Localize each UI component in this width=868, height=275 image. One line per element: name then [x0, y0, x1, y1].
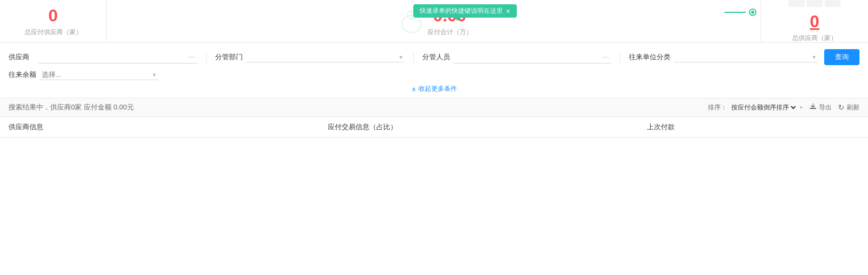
collapse-label: 收起更多条件 — [419, 84, 457, 93]
person-label: 分管人员 — [422, 52, 450, 62]
col-last-payment: 上次付款 — [647, 122, 860, 132]
balance-label: 往来余额 — [9, 70, 36, 80]
filter-vendor: 供应商 ··· — [9, 51, 198, 64]
dept-label: 分管部门 — [215, 52, 243, 62]
person-input-wrap: ··· — [453, 51, 611, 64]
person-dots[interactable]: ··· — [602, 52, 609, 62]
refresh-label: 刷新 — [847, 103, 859, 112]
export-icon — [809, 103, 817, 112]
stats-bar: 0 总应付供应商（家） 快速录单的快捷键说明在这里 × 0.00 应付合计（万） — [0, 0, 868, 43]
filter-dept: 分管部门 ▾ — [215, 52, 404, 62]
person-input[interactable] — [455, 53, 600, 61]
tooltip-text: 快速录单的快捷键说明在这里 — [420, 6, 503, 15]
filter-row-1: 供应商 ··· 分管部门 ▾ 分管人员 ··· — [9, 49, 859, 65]
result-actions: 排序： 按应付会额倒序排序 ▾ 导出 ↻ 刷新 — [708, 103, 859, 112]
stat-total-vendors: 0 总供应商（家） — [761, 0, 868, 42]
stat-total-payable-vendors: 0 总应付供应商（家） — [0, 0, 107, 42]
table-header: 供应商信息 应付交易信息（占比） 上次付款 — [0, 117, 868, 138]
vendor-input-wrap: ··· — [38, 51, 198, 64]
vendor-input[interactable] — [41, 53, 186, 61]
collapse-arrow-icon: ∧ — [412, 85, 416, 93]
sort-dropdown[interactable]: 按应付会额倒序排序 — [729, 103, 798, 112]
result-bar: 搜索结果中，供应商0家 应付金额 0.00元 排序： 按应付会额倒序排序 ▾ 导… — [0, 98, 868, 117]
vendor-label: 供应商 — [9, 52, 35, 62]
result-info: 搜索结果中，供应商0家 应付金额 0.00元 — [9, 103, 134, 112]
col-payable-trade-info: 应付交易信息（占比） — [328, 122, 647, 132]
filter-area: 供应商 ··· 分管部门 ▾ 分管人员 ··· — [0, 43, 868, 98]
shortcut-tooltip: 快速录单的快捷键说明在这里 × — [413, 4, 517, 18]
stat-payable-total-area: 快速录单的快捷键说明在这里 × 0.00 应付合计（万） — [107, 0, 761, 42]
export-label: 导出 — [819, 103, 832, 112]
tooltip-dot — [750, 10, 755, 15]
sort-select-area: 排序： 按应付会额倒序排序 ▾ — [708, 103, 803, 112]
table-body — [0, 138, 868, 271]
svg-rect-4 — [810, 108, 816, 109]
tooltip-close-button[interactable]: × — [506, 7, 510, 15]
dept-input[interactable] — [248, 53, 397, 61]
svg-point-3 — [416, 20, 420, 23]
filter-row-2: 往来余额 ▾ — [9, 69, 859, 80]
refresh-icon: ↻ — [838, 103, 845, 112]
balance-select-wrap: ▾ — [40, 69, 158, 80]
col-vendor-info: 供应商信息 — [9, 122, 328, 132]
collapse-button[interactable]: ∧ 收起更多条件 — [412, 84, 457, 93]
query-button[interactable]: 查询 — [824, 49, 859, 65]
unit-class-select-wrap: ▾ — [674, 52, 818, 62]
refresh-button[interactable]: ↻ 刷新 — [838, 103, 859, 112]
dept-chevron-icon: ▾ — [399, 53, 403, 61]
collapse-row: ∧ 收起更多条件 — [9, 84, 859, 93]
unit-class-label: 往来单位分类 — [629, 52, 670, 62]
filter-balance: 往来余额 ▾ — [9, 69, 158, 80]
stat-total-vendors-value: 0 — [810, 11, 819, 32]
stat-payable-total-label: 应付合计（万） — [428, 28, 472, 37]
balance-chevron-icon: ▾ — [153, 71, 156, 78]
stat-total-payable-vendors-value: 0 — [49, 5, 58, 26]
sort-chevron-icon: ▾ — [800, 104, 803, 111]
stat-total-vendors-label: 总供应商（家） — [792, 34, 837, 43]
tooltip-line — [724, 12, 746, 13]
unit-class-chevron-icon: ▾ — [812, 53, 816, 61]
filter-unit-class: 往来单位分类 ▾ — [629, 52, 818, 62]
balance-input[interactable] — [42, 70, 151, 78]
sort-label: 排序： — [708, 103, 727, 112]
dept-select-wrap: ▾ — [246, 52, 404, 62]
stat-total-payable-vendors-label: 总应付供应商（家） — [25, 28, 82, 37]
filter-person: 分管人员 ··· — [422, 51, 611, 64]
export-button[interactable]: 导出 — [809, 103, 832, 112]
unit-class-input[interactable] — [676, 53, 810, 61]
vendor-dots[interactable]: ··· — [188, 52, 195, 62]
